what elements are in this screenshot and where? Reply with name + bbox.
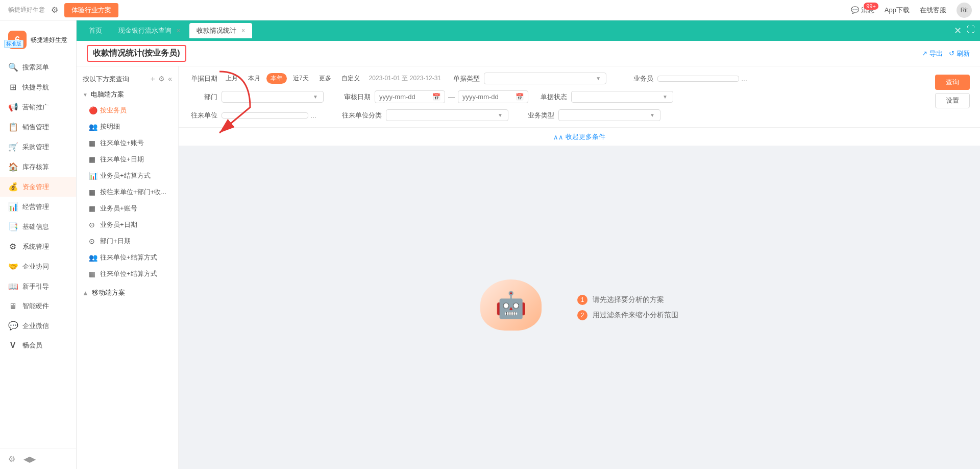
review-date-end[interactable] <box>462 93 513 101</box>
tab-receipts-close[interactable]: × <box>241 27 245 34</box>
sidebar-item-enterprise[interactable]: 🤝 企业协同 <box>0 256 76 276</box>
doc-type-select[interactable]: ▼ <box>484 73 606 84</box>
robot-illustration: 🤖 <box>480 279 542 331</box>
doc-status-label: 单据状态 <box>538 92 567 102</box>
refresh-button[interactable]: ↺ 刷新 <box>949 49 970 58</box>
message-btn[interactable]: 💬 99+ 消息 <box>851 6 874 15</box>
date-tabs: 上月 本月 本年 近7天 更多 自定义 <box>222 73 364 84</box>
calendar-end-icon[interactable]: 📅 <box>516 93 524 101</box>
sidebar-item-inventory[interactable]: 🏠 库存核算 <box>0 157 76 177</box>
sidebar-item-search[interactable]: 🔍 搜索菜单 <box>0 57 76 77</box>
review-date-start-wrap[interactable]: 📅 <box>375 90 445 103</box>
export-button[interactable]: ↗ 导出 <box>922 49 943 58</box>
online-service-btn[interactable]: 在线客服 <box>920 6 946 15</box>
sidebar-item-operation[interactable]: 📊 经营管理 <box>0 197 76 217</box>
query-button[interactable]: 查询 <box>935 75 970 90</box>
tab-close-all-icon[interactable]: ✕ <box>954 25 962 36</box>
sidebar-item-basic[interactable]: 📑 基础信息 <box>0 217 76 237</box>
tab-home[interactable]: 首页 <box>82 23 109 38</box>
right-panel: 单据日期 上月 本月 本年 近7天 更多 自定义 <box>179 66 980 469</box>
sales-icon: 📋 <box>8 122 17 132</box>
scheme-item-detail[interactable]: 👥 按明细 <box>77 119 178 135</box>
mobile-scheme-title[interactable]: ▶ 移动端方案 <box>77 285 178 300</box>
system-icon: ⚙ <box>8 242 17 251</box>
dept-select[interactable]: ▼ <box>222 91 324 103</box>
salesperson-label: 业务员 <box>625 74 653 83</box>
counterparty-cat-chevron: ▼ <box>498 112 503 118</box>
desktop-scheme-title[interactable]: ▼ 电脑端方案 <box>77 87 178 102</box>
business-type-control: ▼ <box>558 109 669 121</box>
doc-date-control: 上月 本月 本年 近7天 更多 自定义 2023-01-01 至 2023-12… <box>222 73 441 84</box>
refresh-label: 刷新 <box>957 49 970 58</box>
sidebar-label-hardware: 智能硬件 <box>22 301 49 311</box>
date-tab-this-month[interactable]: 本月 <box>244 73 264 84</box>
tab-expand-icon[interactable]: ⛶ <box>967 25 975 36</box>
settings-button[interactable]: 设置 <box>935 93 970 108</box>
sidebar-label-search: 搜索菜单 <box>22 63 49 72</box>
scheme-item-sales-date[interactable]: ⊙ 业务员+日期 <box>77 217 178 233</box>
sidebar-item-marketing[interactable]: 📢 营销推广 <box>0 97 76 117</box>
sidebar-item-system[interactable]: ⚙ 系统管理 <box>0 237 76 256</box>
review-date-end-wrap[interactable]: 📅 <box>458 90 528 103</box>
scheme-item-sales-payment[interactable]: 📊 业务员+结算方式 <box>77 168 178 184</box>
filter-salesperson: 业务员 ... <box>625 74 747 83</box>
user-avatar[interactable]: Rit <box>957 3 972 18</box>
filter-doc-date: 单据日期 上月 本月 本年 近7天 更多 自定义 <box>189 73 441 84</box>
date-tab-this-year[interactable]: 本年 <box>266 73 287 84</box>
business-type-select[interactable]: ▼ <box>558 109 660 121</box>
sidebar-item-sales[interactable]: 📋 销售管理 <box>0 117 76 137</box>
sidebar-item-wechat[interactable]: 💬 企业微信 <box>0 316 76 336</box>
scheme-item-partner-account[interactable]: ▦ 往来单位+账号 <box>77 135 178 151</box>
scheme-item-partner-date[interactable]: ▦ 往来单位+日期 <box>77 151 178 168</box>
scheme-item-partner-payment1[interactable]: 👥 往来单位+结算方式 <box>77 249 178 266</box>
add-scheme-icon[interactable]: + <box>151 75 155 84</box>
scheme-icon-detail: 👥 <box>89 123 97 131</box>
sidebar-settings-icon[interactable]: ⚙ <box>8 454 15 464</box>
scheme-item-partner-dept[interactable]: ▦ 按往来单位+部门+收... <box>77 184 178 200</box>
collapse-bar[interactable]: ∧∧ 收起更多条件 <box>179 128 980 146</box>
standard-tag: 标准版 <box>4 40 23 48</box>
sidebar-bottom: ⚙ ◀▶ <box>0 449 76 469</box>
scheme-icon-sales-payment: 📊 <box>89 172 97 180</box>
scheme-item-partner-payment2[interactable]: ▦ 往来单位+结算方式 <box>77 266 178 282</box>
doc-status-select[interactable]: ▼ <box>571 91 673 103</box>
collapse-label: 收起更多条件 <box>566 132 605 142</box>
scheme-item-salesperson[interactable]: 🔴 按业务员 <box>77 102 178 119</box>
collapse-panel-icon[interactable]: « <box>168 75 172 84</box>
salesperson-select[interactable] <box>657 76 739 82</box>
sidebar-item-nav[interactable]: ⊞ 快捷导航 <box>0 77 76 97</box>
date-tab-custom[interactable]: 自定义 <box>337 73 364 84</box>
tab-bank-close[interactable]: × <box>177 27 180 34</box>
app-download-btn[interactable]: App下载 <box>885 6 910 15</box>
calendar-start-icon[interactable]: 📅 <box>432 93 440 101</box>
sidebar-label-purchase: 采购管理 <box>22 143 49 152</box>
counterparty-select[interactable] <box>222 112 308 119</box>
scheme-icon-partner-payment1: 👥 <box>89 253 97 262</box>
sidebar-item-finance[interactable]: 💰 资金管理 <box>0 177 76 197</box>
date-tab-7days[interactable]: 近7天 <box>289 73 313 84</box>
scheme-item-dept-date[interactable]: ⊙ 部门+日期 <box>77 233 178 249</box>
date-tab-last-month[interactable]: 上月 <box>222 73 242 84</box>
scheme-item-sales-account[interactable]: ▦ 业务员+账号 <box>77 200 178 217</box>
tab-receipts[interactable]: 收款情况统计 × <box>189 23 252 38</box>
sidebar-item-vip[interactable]: V 畅会员 <box>0 336 76 355</box>
sidebar-item-hardware[interactable]: 🖥 智能硬件 <box>0 296 76 316</box>
scheme-settings-icon[interactable]: ⚙ <box>158 75 165 84</box>
sidebar-label-operation: 经营管理 <box>22 202 49 212</box>
gear-icon[interactable]: ⚙ <box>51 5 58 15</box>
trial-button[interactable]: 体验行业方案 <box>64 3 118 17</box>
counterparty-cat-select[interactable]: ▼ <box>386 109 508 121</box>
page-actions: ↗ 导出 ↺ 刷新 <box>922 49 970 58</box>
review-date-start[interactable] <box>379 93 430 101</box>
salesperson-more-icon[interactable]: ... <box>741 75 747 83</box>
date-tab-more[interactable]: 更多 <box>315 73 335 84</box>
sidebar-label-enterprise: 企业协同 <box>22 262 49 271</box>
counterparty-label: 往来单位 <box>189 111 217 120</box>
sidebar-item-purchase[interactable]: 🛒 采购管理 <box>0 137 76 157</box>
tab-bank[interactable]: 现金银行流水查询 × <box>111 23 187 38</box>
empty-steps: 1 请先选择要分析的方案 2 用过滤条件来缩小分析范围 <box>577 295 678 320</box>
sidebar-item-guide[interactable]: 📖 新手引导 <box>0 276 76 296</box>
counterparty-more-icon[interactable]: ... <box>310 111 316 120</box>
scheme-icon-salesperson: 🔴 <box>89 106 97 114</box>
sidebar-collapse-icon[interactable]: ◀▶ <box>23 454 36 464</box>
